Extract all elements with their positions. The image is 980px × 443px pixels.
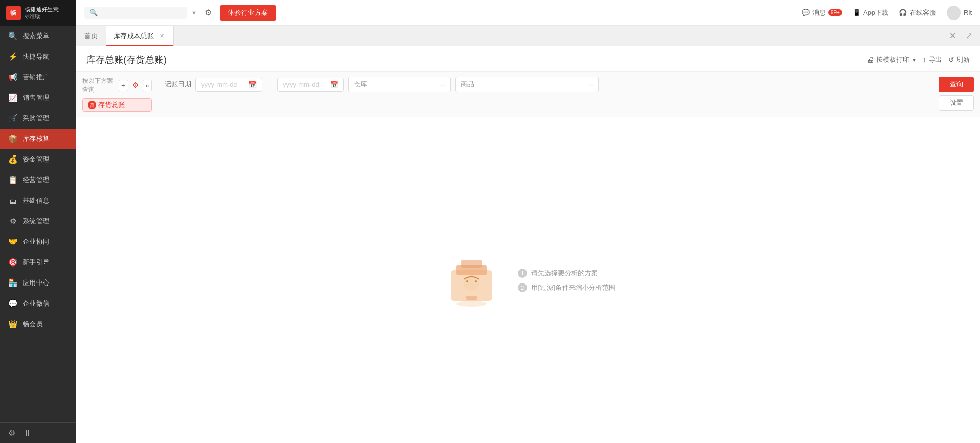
sidebar-item-finance[interactable]: 💰 资金管理 (0, 149, 76, 170)
scheme-item-inventory-ledger[interactable]: 货 存货总账 (82, 98, 152, 112)
empty-tip-1: 1 请先选择要分析的方案 (518, 269, 615, 278)
settings-scheme-btn[interactable]: ⚙ (131, 80, 140, 91)
app-name: 畅捷通好生意 (25, 6, 59, 13)
page-content: 库存总账(存货总账) 🖨 按模板打印 ▼ ↑ 导出 ↺ 刷新 (76, 46, 980, 443)
online-support-label: 在线客服 (910, 8, 936, 17)
tab-close-icon[interactable]: × (158, 32, 166, 40)
industry-btn[interactable]: 体验行业方案 (220, 5, 276, 21)
warehouse-select[interactable]: 仓库 ··· (348, 77, 451, 92)
topbar-search[interactable]: 🔍 (84, 7, 187, 19)
scheme-panel: 按以下方案查询 + ⚙ « 货 存货总账 (76, 72, 158, 117)
print-icon: 🖨 (867, 56, 874, 64)
sidebar-item-label-sales: 销售管理 (23, 93, 49, 102)
purchase-icon: 🛒 (8, 114, 17, 123)
sidebar-item-label-purchase: 采购管理 (23, 114, 49, 123)
empty-state: 1 请先选择要分析的方案 2 用[过滤]条件来缩小分析范围 (76, 117, 980, 443)
avatar (947, 6, 961, 20)
sidebar-item-marketing[interactable]: 📢 营销推广 (0, 67, 76, 87)
appstore-icon: 🏪 (8, 278, 17, 288)
collapse-icon[interactable]: ⏸ (24, 429, 32, 438)
empty-tips: 1 请先选择要分析的方案 2 用[过滤]条件来缩小分析范围 (518, 269, 615, 292)
refresh-label: 刷新 (956, 55, 970, 64)
sidebar-item-cooperation[interactable]: 🤝 企业协同 (0, 232, 76, 252)
print-dropdown-icon: ▼ (912, 57, 917, 63)
sidebar-item-wechat[interactable]: 💬 企业微信 (0, 293, 76, 314)
goods-more-icon: ··· (588, 81, 593, 88)
date-start-input[interactable]: yyyy-mm-dd 📅 (195, 78, 262, 92)
wechat-icon: 💬 (8, 299, 17, 308)
sidebar-item-search[interactable]: 🔍 搜索菜单 (0, 26, 76, 46)
svg-point-7 (475, 280, 477, 282)
goods-select[interactable]: 商品 ··· (455, 77, 599, 92)
settings-button[interactable]: 设置 (939, 95, 974, 111)
export-icon: ↑ (923, 56, 927, 64)
calendar-start-icon[interactable]: 📅 (248, 81, 257, 88)
collapse-scheme-btn[interactable]: « (143, 80, 152, 91)
sidebar-item-appstore[interactable]: 🏪 应用中心 (0, 273, 76, 293)
date-end-input[interactable]: yyyy-mm-dd 📅 (277, 78, 344, 92)
messages-action[interactable]: 💬 消息 99+ (802, 8, 842, 17)
tab-active-label: 库存成本总账 (114, 31, 154, 41)
sidebar-item-sales[interactable]: 📈 销售管理 (0, 87, 76, 108)
svg-point-5 (456, 300, 487, 307)
phone-icon: 📱 (852, 9, 861, 16)
search-icon: 🔍 (8, 31, 17, 41)
warehouse-more-icon: ··· (440, 81, 445, 88)
sidebar-item-purchase[interactable]: 🛒 采购管理 (0, 108, 76, 129)
sidebar-item-label-appstore: 应用中心 (23, 278, 49, 288)
sidebar-item-system[interactable]: ⚙ 系统管理 (0, 211, 76, 232)
sidebar-item-inventory[interactable]: 📦 库存核算 (0, 129, 76, 149)
user-name: Rit (964, 9, 972, 16)
date-label: 记账日期 (165, 80, 191, 89)
quick-nav-icon: ⚡ (8, 52, 17, 61)
sidebar-item-basic[interactable]: 🗂 基础信息 (0, 190, 76, 211)
date-start-placeholder: yyyy-mm-dd (201, 81, 238, 88)
topbar-left: 🔍 ▼ ⚙ 体验行业方案 (84, 5, 796, 21)
sidebar-item-operation[interactable]: 📋 经营管理 (0, 170, 76, 190)
sidebar-item-member[interactable]: 👑 畅会员 (0, 314, 76, 334)
tab-home-label: 首页 (84, 31, 98, 41)
message-icon: 💬 (802, 9, 810, 16)
refresh-btn[interactable]: ↺ 刷新 (948, 55, 970, 64)
sales-icon: 📈 (8, 93, 17, 102)
logo-icon: 畅 (6, 6, 21, 20)
app-download-label: App下载 (863, 8, 888, 17)
settings-icon[interactable]: ⚙ (8, 428, 15, 438)
filter-row-1: 记账日期 yyyy-mm-dd 📅 — yyyy-mm-dd 📅 仓库 ··· (165, 77, 927, 92)
tab-home[interactable]: 首页 (76, 26, 106, 46)
user-area[interactable]: Rit (947, 6, 972, 20)
app-download-action[interactable]: 📱 App下载 (852, 8, 888, 17)
add-scheme-btn[interactable]: + (119, 80, 128, 91)
topbar-right: 💬 消息 99+ 📱 App下载 🎧 在线客服 Rit (802, 6, 972, 20)
print-btn[interactable]: 🖨 按模板打印 ▼ (867, 55, 917, 64)
tip-text-1: 请先选择要分析的方案 (531, 269, 598, 278)
system-icon: ⚙ (8, 217, 17, 226)
query-button[interactable]: 查询 (939, 77, 974, 92)
export-btn[interactable]: ↑ 导出 (923, 55, 942, 64)
scheme-item-icon: 货 (88, 101, 96, 109)
sidebar-item-label-basic: 基础信息 (23, 196, 49, 205)
tab-inventory-ledger[interactable]: 库存成本总账 × (106, 26, 174, 46)
topbar-settings-button[interactable]: ⚙ (201, 6, 215, 20)
page-title: 库存总账(存货总账) (86, 54, 167, 66)
sidebar-item-guide[interactable]: 🎯 新手引导 (0, 252, 76, 273)
filter-controls-area: 记账日期 yyyy-mm-dd 📅 — yyyy-mm-dd 📅 仓库 ··· (158, 72, 933, 117)
sidebar-item-quick-nav[interactable]: ⚡ 快捷导航 (0, 46, 76, 67)
calendar-end-icon[interactable]: 📅 (330, 81, 338, 88)
empty-tip-2: 2 用[过滤]条件来缩小分析范围 (518, 283, 615, 292)
guide-icon: 🎯 (8, 258, 17, 267)
dropdown-arrow-icon[interactable]: ▼ (191, 10, 197, 16)
filter-scheme-area: 按以下方案查询 + ⚙ « 货 存货总账 记账日期 yyyy-mm-d (76, 72, 980, 117)
warehouse-placeholder: 仓库 (354, 80, 367, 89)
tabbar-right: ✕ ⤢ (941, 26, 980, 46)
date-separator: — (266, 81, 273, 88)
svg-rect-4 (466, 296, 477, 300)
svg-rect-2 (461, 260, 482, 268)
marketing-icon: 📢 (8, 73, 17, 82)
inventory-icon: 📦 (8, 134, 17, 144)
refresh-icon: ↺ (948, 56, 954, 64)
tabbar-expand-icon[interactable]: ⤢ (963, 30, 975, 42)
scheme-header: 按以下方案查询 + ⚙ « (82, 77, 152, 94)
tabbar-close-icon[interactable]: ✕ (946, 30, 958, 42)
online-support-action[interactable]: 🎧 在线客服 (899, 8, 936, 17)
